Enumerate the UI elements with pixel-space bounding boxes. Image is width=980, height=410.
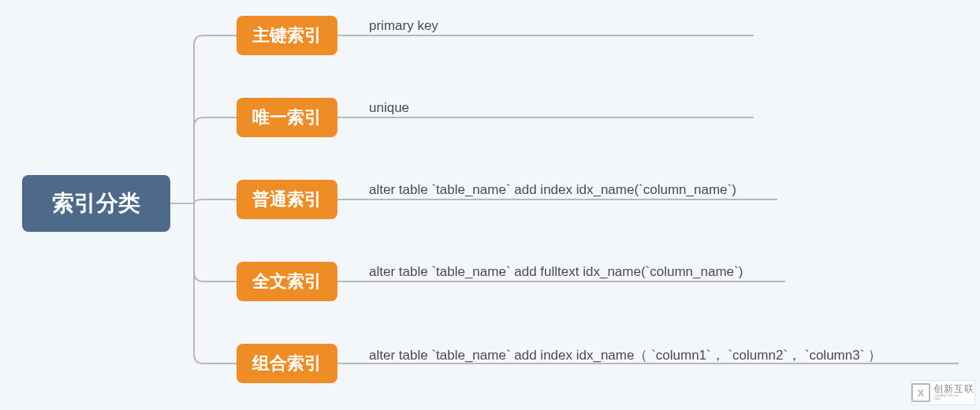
child-node-composite[interactable]: 组合索引 bbox=[237, 344, 337, 383]
underline-2 bbox=[360, 199, 777, 200]
underline-4 bbox=[360, 363, 959, 364]
watermark: X 创新互联 CHUANG XIN HU LIAN bbox=[911, 380, 975, 405]
desc-fulltext: alter table `table_name` add fulltext id… bbox=[369, 264, 743, 280]
root-node[interactable]: 索引分类 bbox=[22, 175, 170, 232]
desc-primary-key: primary key bbox=[369, 18, 438, 34]
underline-1 bbox=[360, 117, 754, 118]
child-node-normal[interactable]: 普通索引 bbox=[237, 180, 337, 219]
watermark-cn: 创新互联 bbox=[933, 384, 974, 393]
desc-composite: alter table `table_name` add index idx_n… bbox=[369, 346, 881, 364]
underline-3 bbox=[360, 281, 785, 282]
child-node-unique[interactable]: 唯一索引 bbox=[237, 98, 337, 137]
desc-normal: alter table `table_name` add index idx_n… bbox=[369, 182, 736, 198]
desc-unique: unique bbox=[369, 100, 409, 116]
child-node-primary-key[interactable]: 主键索引 bbox=[237, 16, 337, 55]
watermark-en: CHUANG XIN HU LIAN bbox=[933, 394, 967, 401]
watermark-x-icon: X bbox=[911, 383, 930, 402]
underline-0 bbox=[360, 35, 754, 36]
child-node-fulltext[interactable]: 全文索引 bbox=[237, 262, 337, 301]
